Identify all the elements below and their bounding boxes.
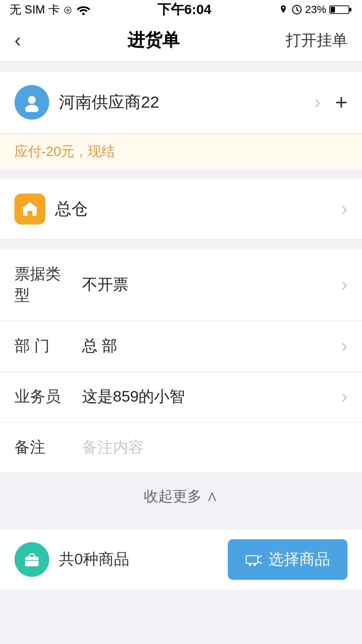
section-gap-4 bbox=[0, 520, 362, 530]
svg-line-14 bbox=[258, 561, 262, 563]
warehouse-icon bbox=[21, 200, 39, 218]
status-left: 无 SIM 卡 ⊙ bbox=[10, 2, 91, 17]
status-bar: 无 SIM 卡 ⊙ 下午6:04 23% bbox=[0, 0, 362, 19]
open-pending-button[interactable]: 打开挂单 bbox=[286, 30, 348, 51]
ticket-type-label: 票据类型 bbox=[14, 264, 72, 306]
clock-icon bbox=[292, 4, 302, 15]
warehouse-card: 总仓 bbox=[0, 179, 362, 239]
supplier-avatar bbox=[14, 85, 49, 120]
salesperson-value: 这是859的小智 bbox=[72, 386, 341, 407]
cart-icon bbox=[245, 553, 263, 566]
select-goods-button[interactable]: 选择商品 bbox=[228, 539, 348, 580]
svg-point-5 bbox=[28, 96, 36, 104]
salesperson-label: 业务员 bbox=[14, 386, 72, 407]
nav-bar: ‹ 进货单 打开挂单 bbox=[0, 19, 362, 62]
warehouse-row[interactable]: 总仓 bbox=[0, 179, 362, 239]
product-icon-bg bbox=[14, 542, 49, 577]
location-icon bbox=[278, 4, 289, 15]
section-gap-3 bbox=[0, 239, 362, 249]
svg-rect-10 bbox=[25, 557, 39, 566]
collapse-button[interactable]: 收起更多 ∧ bbox=[0, 473, 362, 520]
wifi-icon bbox=[76, 4, 91, 15]
ticket-type-chevron bbox=[341, 275, 348, 295]
department-row[interactable]: 部 门 总 部 bbox=[0, 321, 362, 372]
select-goods-label: 选择商品 bbox=[268, 549, 330, 570]
svg-point-15 bbox=[249, 564, 251, 566]
department-value: 总 部 bbox=[72, 336, 341, 357]
product-count-label: 共0种商品 bbox=[59, 549, 228, 570]
page-title: 进货单 bbox=[127, 28, 180, 52]
bottom-bar: 共0种商品 选择商品 bbox=[0, 530, 362, 589]
ticket-type-row[interactable]: 票据类型 不开票 bbox=[0, 249, 362, 321]
user-icon bbox=[22, 93, 42, 112]
add-supplier-button[interactable]: + bbox=[335, 92, 348, 113]
warehouse-icon-bg bbox=[14, 194, 45, 224]
back-button[interactable]: ‹ bbox=[14, 29, 21, 51]
supplier-row[interactable]: 河南供应商22 + bbox=[0, 71, 362, 134]
form-card: 票据类型 不开票 部 门 总 部 业务员 这是859的小智 备注 备注内容 bbox=[0, 249, 362, 473]
svg-rect-4 bbox=[331, 7, 335, 13]
svg-line-13 bbox=[258, 556, 262, 558]
section-gap-2 bbox=[0, 169, 362, 179]
svg-point-0 bbox=[82, 13, 84, 15]
svg-rect-12 bbox=[246, 556, 258, 563]
status-right: 23% bbox=[278, 3, 352, 16]
remark-input[interactable]: 备注内容 bbox=[72, 437, 348, 458]
svg-rect-3 bbox=[349, 8, 351, 12]
salesperson-row[interactable]: 业务员 这是859的小智 bbox=[0, 372, 362, 422]
status-time: 下午6:04 bbox=[157, 0, 211, 19]
supplier-chevron-icon bbox=[314, 92, 320, 112]
svg-point-6 bbox=[25, 105, 39, 112]
svg-point-16 bbox=[254, 564, 256, 566]
remark-label: 备注 bbox=[14, 437, 72, 458]
notice-banner: 应付-20元，现结 bbox=[0, 134, 362, 169]
remark-row[interactable]: 备注 备注内容 bbox=[0, 422, 362, 473]
warehouse-label: 总仓 bbox=[55, 198, 341, 220]
supplier-name: 河南供应商22 bbox=[59, 91, 314, 113]
section-gap-1 bbox=[0, 62, 362, 71]
department-chevron bbox=[341, 336, 348, 356]
salesperson-chevron bbox=[341, 387, 348, 407]
svg-marker-8 bbox=[22, 202, 38, 208]
supplier-card: 河南供应商22 + 应付-20元，现结 bbox=[0, 71, 362, 169]
ticket-type-value: 不开票 bbox=[72, 274, 341, 295]
warehouse-chevron-icon bbox=[341, 199, 348, 219]
battery-level: 23% bbox=[305, 3, 326, 16]
svg-rect-9 bbox=[28, 211, 32, 216]
shopping-bag-icon bbox=[22, 550, 42, 569]
battery-icon bbox=[329, 4, 352, 15]
sim-status: 无 SIM 卡 ⊙ bbox=[10, 2, 72, 17]
department-label: 部 门 bbox=[14, 336, 72, 357]
